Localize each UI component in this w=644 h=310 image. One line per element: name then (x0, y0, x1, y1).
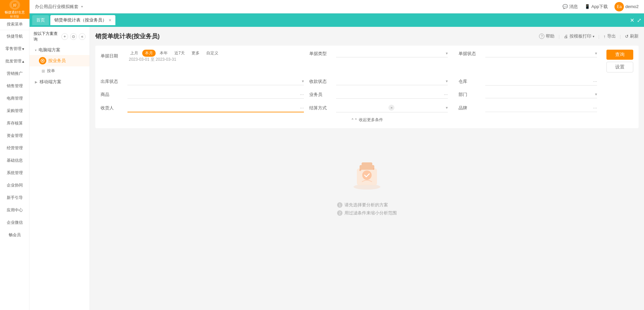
tab-close-icon[interactable]: × (109, 17, 111, 23)
print-icon: 🖨 (564, 34, 568, 39)
tip-text-1: 请先选择要分析的方案 (344, 202, 388, 208)
doc-type-input[interactable]: ▾ (336, 50, 448, 57)
svg-point-10 (373, 168, 374, 170)
out-status-input[interactable]: ▾ (127, 78, 304, 85)
query-button[interactable]: 查询 (606, 50, 633, 60)
salesman-input[interactable]: ··· (336, 90, 448, 99)
action-buttons: 查询 设置 (606, 50, 633, 72)
print-template-action[interactable]: 🖨 按模板打印 ▾ (564, 33, 594, 39)
tree-arrow-pc: ▾ (35, 48, 37, 52)
date-tab-thisyear[interactable]: 本年 (157, 50, 170, 57)
message-action[interactable]: 💬 消息 (562, 4, 578, 10)
refresh-action[interactable]: ↺ 刷新 (625, 33, 639, 39)
sidebar-item-quicknav[interactable]: 快捷导航 (0, 30, 29, 43)
page-title: 销货单统计表(按业务员) (95, 32, 160, 40)
left-panel-title: 按以下方案查询 (34, 31, 61, 42)
collapse-up-icon: ⌃⌃ (351, 118, 358, 122)
sidebar-item-purchase[interactable]: 采购管理 (0, 105, 29, 117)
sidebar-item-basicinfo[interactable]: 基础信息 (0, 154, 29, 167)
sidebar-item-appcenter[interactable]: 应用中心 (0, 204, 29, 216)
sidebar-item-operation[interactable]: 经营管理 (0, 142, 29, 154)
export-action[interactable]: ↑ 导出 (603, 33, 616, 39)
tab-sales-stat[interactable]: 销货单统计表（按业务员） × (50, 15, 115, 25)
svg-text:好: 好 (13, 3, 16, 7)
empty-state: 1 请先选择要分析的方案 2 用过滤条件来缩小分析范围 (95, 128, 639, 245)
doc-status-input[interactable]: ▾ (485, 50, 597, 57)
sidebar-item-corpwechat[interactable]: 企业微信 (0, 216, 29, 229)
wholesale-label: 批发管理 (5, 58, 21, 64)
tab-maximize-btn[interactable]: ⤢ (637, 17, 641, 23)
settings-button[interactable]: 设置 (606, 62, 633, 72)
salesman-label: 业务员 (309, 92, 336, 98)
help-label: 帮助 (546, 33, 554, 39)
by-order-label: 按单 (47, 68, 55, 74)
dept-input[interactable]: ▾ (485, 91, 597, 98)
app-download-action[interactable]: 📱 App下载 (585, 4, 608, 10)
sidebar-logo: 好 畅捷通好生意 标准版 (0, 0, 30, 19)
edit-scheme-btn[interactable]: ⊙ (70, 33, 77, 40)
sidebar-item-sales[interactable]: 销售管理 (0, 80, 29, 92)
sidebar-search[interactable]: 搜索菜单 (0, 19, 29, 30)
date-tab-thismonth[interactable]: 本月 (142, 50, 156, 57)
date-tabs: 上月 本月 本年 近7天 更多 自定义 (127, 50, 304, 57)
sidebar-item-ecommerce[interactable]: 电商管理 (0, 92, 29, 105)
svg-rect-7 (362, 162, 372, 166)
date-tab-lastmonth[interactable]: 上月 (127, 50, 141, 57)
brand-input[interactable]: ··· (485, 104, 597, 112)
print-label: 按模板打印 (570, 33, 591, 39)
top-header: 办公用品行业模拟账套 ▾ 💬 消息 📱 App下载 Ea demo2 (30, 0, 644, 13)
collapse-btn[interactable]: ⌃⌃ 收起更多条件 (351, 117, 383, 123)
sidebar-item-member[interactable]: 畅会员 (0, 229, 29, 241)
recv-person-input[interactable]: ··· (127, 104, 304, 112)
salesman-more-icon[interactable]: ··· (444, 92, 448, 97)
user-menu[interactable]: Ea demo2 (614, 2, 639, 11)
help-icon: ? (539, 34, 544, 39)
warehouse-label: 仓库 (459, 79, 485, 85)
settle-clear-btn[interactable]: × (388, 105, 394, 111)
help-action[interactable]: ? 帮助 (539, 33, 554, 39)
brand-more-icon[interactable]: ··· (593, 105, 597, 110)
tree-mobile-scheme[interactable]: ▶ 移动端方案 (30, 77, 90, 87)
settle-input[interactable]: × ▾ (336, 103, 448, 112)
tree-item-by-salesman[interactable]: 按业务员 (30, 55, 90, 66)
tab-close-all-btn[interactable]: ✕ (630, 17, 634, 23)
right-content: 销货单统计表(按业务员) ? 帮助 | 🖨 按模板打印 ▾ | ↑ (90, 27, 644, 310)
goods-input[interactable]: ··· (127, 90, 304, 99)
breadcrumb-dropdown-icon[interactable]: ▾ (81, 5, 83, 8)
date-tab-7days[interactable]: 近7天 (172, 50, 187, 57)
dept-arrow-icon: ▾ (595, 92, 597, 97)
warehouse-more-icon[interactable]: ··· (593, 79, 597, 84)
tab-sales-stat-label: 销货单统计表（按业务员） (54, 17, 107, 23)
sidebar-item-marketing[interactable]: 营销推广 (0, 67, 29, 80)
logo-text: 畅捷通好生意 (5, 10, 25, 14)
sidebar-item-enterprise[interactable]: 企业协同 (0, 179, 29, 192)
retail-label: 零售管理 (5, 46, 21, 52)
sidebar-item-retail[interactable]: 零售管理 ▾ (0, 43, 29, 55)
recv-person-more-icon[interactable]: ··· (300, 105, 304, 110)
left-panel-actions: + ⊙ « (61, 33, 86, 40)
date-tab-more[interactable]: 更多 (189, 50, 202, 57)
sidebar-item-newguide[interactable]: 新手引导 (0, 192, 29, 204)
recv-status-input[interactable]: ▾ (336, 78, 448, 85)
goods-more-icon[interactable]: ··· (300, 92, 304, 97)
sidebar-item-system[interactable]: 系统管理 (0, 167, 29, 179)
tip-item-2: 2 用过滤条件来缩小分析范围 (337, 210, 397, 216)
svg-point-3 (42, 60, 43, 61)
sidebar-item-wholesale[interactable]: 批发管理 ▴ (0, 55, 29, 67)
sidebar-item-finance[interactable]: 资金管理 (0, 130, 29, 142)
tree-item-by-order[interactable]: ⊞ 按单 (30, 66, 90, 75)
add-scheme-btn[interactable]: + (61, 33, 68, 40)
tree-pc-scheme[interactable]: ▾ 电脑端方案 (30, 45, 90, 55)
sidebar: 好 畅捷通好生意 标准版 搜索菜单 快捷导航 零售管理 ▾ 批发管理 ▴ 营销推… (0, 0, 30, 310)
tree-pc-label: 电脑端方案 (39, 47, 60, 53)
date-tab-custom[interactable]: 自定义 (204, 50, 221, 57)
divider3: | (620, 34, 621, 39)
tree-mobile-label: 移动端方案 (40, 79, 61, 85)
collapse-panel-btn[interactable]: « (79, 33, 86, 40)
warehouse-input[interactable]: ··· (485, 77, 597, 86)
tab-bar: 首页 销货单统计表（按业务员） × ✕ ⤢ (30, 13, 644, 27)
sidebar-item-inventory[interactable]: 库存核算 (0, 117, 29, 130)
recv-status-arrow-icon: ▾ (446, 79, 448, 84)
left-panel-header: 按以下方案查询 + ⊙ « (30, 31, 90, 45)
tab-home[interactable]: 首页 (32, 15, 49, 25)
